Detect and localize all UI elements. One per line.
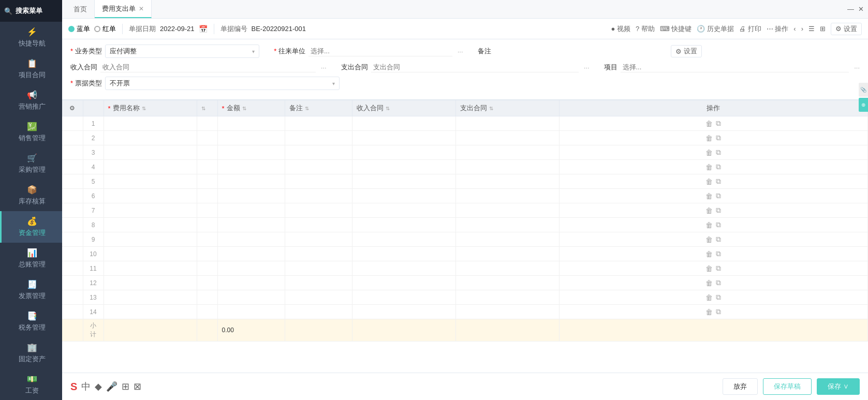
footer-icon-zh[interactable]: 中 xyxy=(81,380,91,393)
counterpart-input[interactable] xyxy=(308,46,452,56)
cell-amount[interactable] xyxy=(217,145,285,160)
biz-type-select[interactable]: 应付调整 ▾ xyxy=(105,45,260,58)
cell-expense-name[interactable] xyxy=(104,174,197,189)
help-link[interactable]: ? 帮助 xyxy=(636,24,655,34)
project-more-icon[interactable]: ··· xyxy=(854,64,860,71)
col-income[interactable]: 收入合同 ⇅ xyxy=(352,100,455,116)
delete-row-icon[interactable]: 🗑 xyxy=(705,308,713,316)
save-draft-button[interactable]: 保存草稿 xyxy=(763,378,812,395)
copy-row-icon[interactable]: ⧉ xyxy=(716,220,721,229)
tab-expense[interactable]: 费用支出单 ✕ xyxy=(95,0,152,18)
cell-remark[interactable] xyxy=(285,203,352,218)
cell-expense-contract[interactable] xyxy=(455,261,559,276)
footer-icon-mic[interactable]: 🎤 xyxy=(106,381,117,392)
cell-amount[interactable] xyxy=(217,174,285,189)
cell-expense-contract[interactable] xyxy=(455,116,559,131)
delete-row-icon[interactable]: 🗑 xyxy=(705,250,713,258)
cell-expense-contract[interactable] xyxy=(455,218,559,232)
col-settings[interactable]: ⚙ xyxy=(62,100,83,116)
cell-expense-contract[interactable] xyxy=(455,145,559,160)
cell-income[interactable] xyxy=(352,131,455,145)
copy-row-icon[interactable]: ⧉ xyxy=(716,191,721,200)
cell-remark[interactable] xyxy=(285,232,352,247)
cell-income[interactable] xyxy=(352,189,455,203)
cell-amount[interactable] xyxy=(217,247,285,261)
cell-expense-contract[interactable] xyxy=(455,189,559,203)
cell-remark[interactable] xyxy=(285,160,352,174)
delete-row-icon[interactable]: 🗑 xyxy=(705,120,713,128)
delete-row-icon[interactable]: 🗑 xyxy=(705,134,713,142)
settings-button[interactable]: ⚙ 设置 xyxy=(831,23,862,35)
sidebar-item-sales[interactable]: 💹 销售管理 xyxy=(0,116,62,148)
delete-row-icon[interactable]: 🗑 xyxy=(705,192,713,200)
cell-amount[interactable] xyxy=(217,218,285,232)
income-contract-input[interactable] xyxy=(100,62,316,72)
abandon-button[interactable]: 放弃 xyxy=(723,378,758,395)
sidebar-item-marketing[interactable]: 📢 营销推广 xyxy=(0,85,62,116)
form-settings-button[interactable]: ⚙ 设置 xyxy=(671,45,702,57)
cell-remark[interactable] xyxy=(285,305,352,319)
minimize-button[interactable]: — xyxy=(847,5,854,13)
tab-close-button[interactable]: ✕ xyxy=(139,5,144,12)
cell-remark[interactable] xyxy=(285,261,352,276)
history-link[interactable]: 🕐 历史单据 xyxy=(697,24,734,34)
copy-row-icon[interactable]: ⧉ xyxy=(716,264,721,273)
invoice-type-select[interactable]: 不开票 ▾ xyxy=(105,77,340,90)
cell-expense-contract[interactable] xyxy=(455,290,559,305)
tab-home[interactable]: 首页 xyxy=(66,0,95,18)
cell-amount[interactable] xyxy=(217,232,285,247)
view-list-button[interactable]: ☰ xyxy=(808,25,815,33)
cell-expense-name[interactable] xyxy=(104,116,197,131)
copy-row-icon[interactable]: ⧉ xyxy=(716,206,721,215)
col-expense-name[interactable]: * 费用名称 ⇅ xyxy=(104,100,197,116)
cell-income[interactable] xyxy=(352,305,455,319)
cell-remark[interactable] xyxy=(285,189,352,203)
cell-expense-contract[interactable] xyxy=(455,247,559,261)
copy-row-icon[interactable]: ⧉ xyxy=(716,293,721,302)
col-remark[interactable]: 备注 ⇅ xyxy=(285,100,352,116)
delete-row-icon[interactable]: 🗑 xyxy=(705,235,713,244)
cell-income[interactable] xyxy=(352,276,455,290)
sidebar-item-salary[interactable]: 💵 工资 xyxy=(0,369,62,400)
cell-income[interactable] xyxy=(352,261,455,276)
expense-contract-more-icon[interactable]: ··· xyxy=(584,64,590,71)
nav-forward-button[interactable]: › xyxy=(801,25,803,33)
cell-remark[interactable] xyxy=(285,247,352,261)
cell-amount[interactable] xyxy=(217,116,285,131)
cell-amount[interactable] xyxy=(217,189,285,203)
cell-income[interactable] xyxy=(352,290,455,305)
cell-income[interactable] xyxy=(352,247,455,261)
sidebar-header[interactable]: 🔍 搜索菜单 xyxy=(0,0,62,22)
delete-row-icon[interactable]: 🗑 xyxy=(705,293,713,302)
cell-expense-name[interactable] xyxy=(104,218,197,232)
cell-income[interactable] xyxy=(352,174,455,189)
cell-remark[interactable] xyxy=(285,290,352,305)
cell-expense-contract[interactable] xyxy=(455,174,559,189)
cell-remark[interactable] xyxy=(285,145,352,160)
copy-row-icon[interactable]: ⧉ xyxy=(716,307,721,316)
cell-income[interactable] xyxy=(352,218,455,232)
cell-income[interactable] xyxy=(352,203,455,218)
cell-remark[interactable] xyxy=(285,116,352,131)
sidebar-item-tax[interactable]: 📑 税务管理 xyxy=(0,306,62,337)
col-amount[interactable]: * 金额 ⇅ xyxy=(217,100,285,116)
cell-expense-name[interactable] xyxy=(104,232,197,247)
delete-row-icon[interactable]: 🗑 xyxy=(705,206,713,215)
cell-expense-contract[interactable] xyxy=(455,276,559,290)
sidebar-item-inventory[interactable]: 📦 库存核算 xyxy=(0,180,62,211)
close-window-button[interactable]: ✕ xyxy=(858,5,864,13)
calendar-icon[interactable]: 📅 xyxy=(199,25,208,33)
copy-row-icon[interactable]: ⧉ xyxy=(716,148,721,157)
right-panel-icon-2[interactable]: ⊕ xyxy=(859,98,868,112)
delete-row-icon[interactable]: 🗑 xyxy=(705,177,713,186)
sidebar-item-quick-nav[interactable]: ⚡ 快捷导航 xyxy=(0,22,62,53)
copy-row-icon[interactable]: ⧉ xyxy=(716,177,721,186)
cell-expense-name[interactable] xyxy=(104,189,197,203)
cell-expense-name[interactable] xyxy=(104,276,197,290)
sidebar-item-fixed-assets[interactable]: 🏢 固定资产 xyxy=(0,337,62,369)
footer-icon-diamond[interactable]: ◆ xyxy=(95,381,102,392)
delete-row-icon[interactable]: 🗑 xyxy=(705,163,713,171)
cell-expense-name[interactable] xyxy=(104,160,197,174)
cell-remark[interactable] xyxy=(285,276,352,290)
cell-amount[interactable] xyxy=(217,203,285,218)
